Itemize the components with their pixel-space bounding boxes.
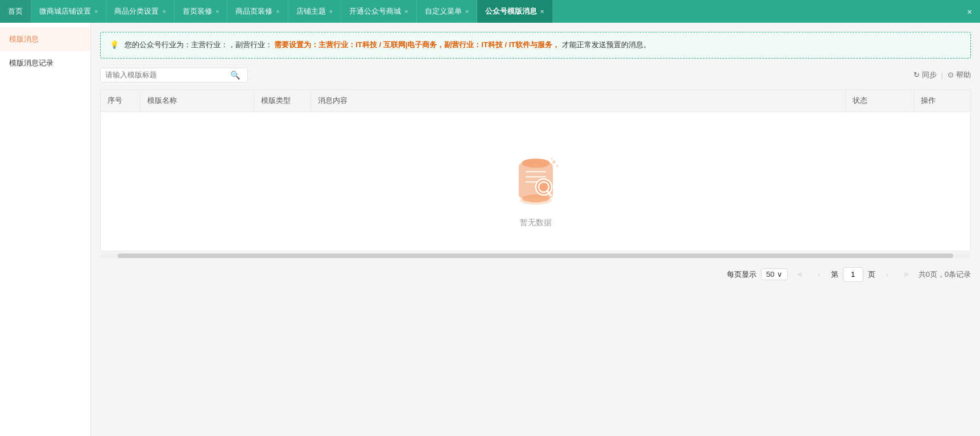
col-header-status: 状态: [846, 89, 914, 111]
nav-tab-custom-menu-label: 自定义菜单: [425, 6, 462, 16]
nav-tab-shop-theme-label: 店铺主题: [296, 6, 326, 16]
nav-tab-home-decor-label: 首页装修: [183, 6, 212, 16]
help-icon: ⊙: [948, 70, 954, 79]
nav-tab-template-msg-label: 公众号模版消息: [485, 6, 537, 16]
table-scrollbar[interactable]: [100, 254, 971, 258]
nav-tab-template-msg[interactable]: 公众号模版消息 ×: [477, 0, 552, 23]
search-bar: 🔍 ↻ 同步 | ⊙ 帮助: [100, 68, 971, 82]
search-actions: ↻ 同步 | ⊙ 帮助: [913, 70, 971, 80]
svg-point-2: [522, 194, 549, 202]
divider: |: [941, 70, 943, 79]
notice-banner: 💡 您的公众号行业为：主营行业：，副营行业： 需要设置为：主营行业：IT科技 /…: [100, 32, 971, 59]
pagination: 每页显示 50 ∨ ⊲ ‹ 第 页 › ⊳ 共0页，0条记录: [100, 260, 971, 284]
nav-tab-open-mall-label: 开通公众号商城: [349, 6, 401, 16]
notice-text-suffix: 才能正常发送预置的消息。: [562, 40, 651, 49]
col-header-name: 模版名称: [140, 89, 254, 111]
sidebar-item-template-record[interactable]: 模版消息记录: [0, 51, 90, 75]
nav-tab-template-msg-close[interactable]: ×: [540, 8, 544, 15]
top-nav: 首页 微商城店铺设置 × 商品分类设置 × 首页装修 × 商品页装修 × 店铺主…: [0, 0, 980, 23]
nav-tab-shop-theme-close[interactable]: ×: [329, 8, 333, 15]
sidebar: 模版消息 模版消息记录: [0, 23, 91, 436]
empty-state-cell: 暂无数据: [101, 111, 971, 251]
help-label: 帮助: [956, 70, 971, 80]
nav-tab-product-decor[interactable]: 商品页装修 ×: [228, 0, 288, 23]
current-page-input[interactable]: [843, 267, 863, 282]
empty-state: 暂无数据: [101, 112, 970, 251]
page-size-label: 每页显示: [727, 269, 756, 280]
search-input[interactable]: [105, 70, 230, 79]
first-page-button[interactable]: ⊲: [792, 267, 807, 282]
nav-tab-category-close[interactable]: ×: [162, 8, 166, 15]
nav-tab-micro-shop-close[interactable]: ×: [94, 8, 98, 15]
notice-icon: 💡: [110, 40, 119, 49]
sidebar-item-template-label: 模版消息: [9, 35, 39, 43]
empty-icon: [507, 146, 564, 209]
nav-tab-category[interactable]: 商品分类设置 ×: [106, 0, 174, 23]
prev-page-button[interactable]: ‹: [812, 267, 826, 282]
data-table: 序号 模版名称 模版类型 消息内容 状态 操作: [100, 89, 971, 251]
svg-point-1: [522, 159, 550, 168]
nav-tab-home-decor-close[interactable]: ×: [216, 8, 219, 15]
nav-tab-open-mall-close[interactable]: ×: [404, 8, 408, 15]
table-scrollbar-inner: [118, 254, 954, 258]
svg-point-10: [556, 165, 559, 167]
nav-tab-home-decor[interactable]: 首页装修 ×: [175, 0, 228, 23]
nav-tab-product-decor-close[interactable]: ×: [276, 8, 279, 15]
notice-highlight: 需要设置为：主营行业：IT科技 / 互联网|电子商务，副营行业：IT科技 / I…: [274, 40, 560, 49]
page-prefix: 第: [831, 269, 838, 280]
nav-tab-shop-theme[interactable]: 店铺主题 ×: [288, 0, 341, 23]
last-page-button[interactable]: ⊳: [899, 267, 914, 282]
help-button[interactable]: ⊙ 帮助: [948, 70, 971, 80]
search-icon[interactable]: 🔍: [230, 70, 240, 80]
notice-text-prefix: 您的公众号行业为：主营行业：，副营行业：: [125, 40, 272, 49]
sidebar-item-template[interactable]: 模版消息: [0, 27, 90, 51]
content-area: 💡 您的公众号行业为：主营行业：，副营行业： 需要设置为：主营行业：IT科技 /…: [91, 23, 980, 436]
close-all-button[interactable]: ×: [959, 7, 980, 16]
nav-tab-home-label: 首页: [8, 6, 23, 16]
sidebar-item-template-record-label: 模版消息记录: [9, 59, 53, 67]
nav-tab-custom-menu[interactable]: 自定义菜单 ×: [417, 0, 477, 23]
table-header: 序号 模版名称 模版类型 消息内容 状态 操作: [101, 89, 971, 111]
sync-icon: ↻: [913, 70, 920, 79]
col-header-seq: 序号: [101, 89, 140, 111]
svg-point-9: [552, 160, 556, 164]
total-info: 共0页，0条记录: [919, 269, 971, 280]
main-layout: 模版消息 模版消息记录 💡 您的公众号行业为：主营行业：，副营行业： 需要设置为…: [0, 23, 980, 436]
col-header-action: 操作: [914, 89, 971, 111]
nav-tab-home[interactable]: 首页: [0, 0, 31, 23]
nav-tab-micro-shop-label: 微商城店铺设置: [39, 6, 91, 16]
next-page-button[interactable]: ›: [880, 267, 895, 282]
page-size-value: 50: [766, 270, 774, 279]
sync-label: 同步: [922, 70, 937, 80]
empty-text: 暂无数据: [101, 218, 970, 228]
col-header-content: 消息内容: [311, 89, 846, 111]
nav-tab-open-mall[interactable]: 开通公众号商城 ×: [341, 0, 416, 23]
page-size-select[interactable]: 50 ∨: [761, 268, 787, 280]
nav-tab-micro-shop[interactable]: 微商城店铺设置 ×: [31, 0, 106, 23]
table-body: 暂无数据: [101, 111, 971, 251]
nav-tab-category-label: 商品分类设置: [114, 6, 159, 16]
page-label: 页: [868, 269, 875, 280]
nav-tab-product-decor-label: 商品页装修: [235, 6, 272, 16]
svg-point-11: [551, 157, 553, 160]
sync-button[interactable]: ↻ 同步: [913, 70, 937, 80]
search-input-wrap[interactable]: 🔍: [100, 68, 248, 82]
nav-tab-custom-menu-close[interactable]: ×: [465, 8, 469, 15]
col-header-type: 模版类型: [254, 89, 311, 111]
page-size-chevron: ∨: [777, 270, 783, 279]
